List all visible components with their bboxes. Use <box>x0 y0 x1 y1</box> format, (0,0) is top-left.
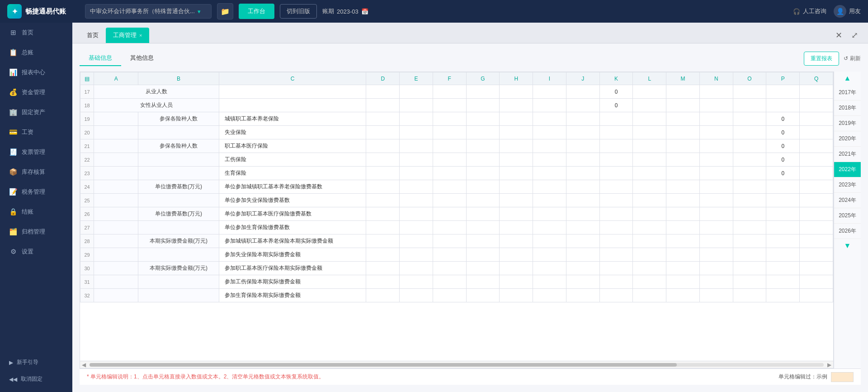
tab-close-icon[interactable]: × <box>139 33 142 38</box>
year-item-2019[interactable]: 2019年 <box>834 116 861 131</box>
workbench-button[interactable]: 工作台 <box>239 4 274 19</box>
row29-colC[interactable]: 参加失业保险本期实际缴费金额 <box>219 248 366 262</box>
row17-colG[interactable] <box>466 85 500 99</box>
sub-tab-basic[interactable]: 基础信息 <box>80 51 121 66</box>
row17-colQ[interactable] <box>800 85 833 99</box>
row31-colC[interactable]: 参加工伤保险本期实际缴费金额 <box>219 275 366 289</box>
year-panel-down[interactable]: ▼ <box>834 239 861 253</box>
sidebar-item-asset[interactable]: 🏢 固定资产 <box>0 102 72 122</box>
row30-colB[interactable]: 本期实际缴费金额(万元) <box>138 262 219 275</box>
sidebar-item-home[interactable]: ⊞ 首页 <box>0 23 72 43</box>
row22-colC[interactable]: 工伤保险 <box>219 153 366 167</box>
row27-colC[interactable]: 单位参加生育保险缴费基数 <box>219 221 366 234</box>
row25-colC[interactable]: 单位参加失业保险缴费基数 <box>219 194 366 207</box>
sub-tab-other[interactable]: 其他信息 <box>121 51 163 66</box>
tab-home[interactable]: 首页 <box>80 28 106 43</box>
row17-colK[interactable]: 0 <box>599 85 633 99</box>
year-item-2024[interactable]: 2024年 <box>834 193 861 208</box>
row21-colB[interactable]: 参保各险种人数 <box>138 139 219 153</box>
row30-colC[interactable]: 参加职工基本医疗保险本期实际缴费金额 <box>219 262 366 275</box>
row23-colP[interactable]: 0 <box>766 167 800 180</box>
row17-colF[interactable] <box>433 85 466 99</box>
tab-close-button[interactable]: ✕ <box>833 29 845 41</box>
archive-button[interactable]: 📁 <box>217 3 233 19</box>
year-item-2022[interactable]: 2022年 <box>834 162 861 177</box>
row17-colJ[interactable] <box>566 85 599 99</box>
closing-icon: 🔒 <box>9 208 17 216</box>
logo-icon: ✦ <box>7 4 22 19</box>
help-area[interactable]: 🎧 人工咨询 <box>793 7 826 15</box>
sidebar-item-report[interactable]: 📊 报表中心 <box>0 62 72 82</box>
col-header-E: E <box>400 72 433 85</box>
year-item-2025[interactable]: 2025年 <box>834 208 861 224</box>
refresh-button[interactable]: ↺ 刷新 <box>844 55 861 62</box>
tab-business[interactable]: 工商管理 × <box>106 28 149 43</box>
row18-colC[interactable] <box>219 99 366 112</box>
row28-colC[interactable]: 参加城镇职工基本养老保险本期实际缴费金额 <box>219 234 366 248</box>
table-scroll[interactable]: ▤ A B C D E F G H I <box>80 72 833 361</box>
row20-colC[interactable]: 失业保险 <box>219 126 366 139</box>
row17-colI[interactable] <box>533 85 566 99</box>
row21-colC[interactable]: 职工基本医疗保险 <box>219 139 366 153</box>
row17-colM[interactable] <box>666 85 700 99</box>
year-item-2023[interactable]: 2023年 <box>834 177 861 193</box>
sidebar-item-ledger[interactable]: 📋 总账 <box>0 43 72 62</box>
row17-colD[interactable] <box>366 85 400 99</box>
row19-colA[interactable] <box>94 112 138 126</box>
row28-colB[interactable]: 本期实际缴费金额(万元) <box>138 234 219 248</box>
reset-report-button[interactable]: 重置报表 <box>804 52 839 66</box>
row17-colA[interactable]: 从业人数 <box>94 85 219 99</box>
user-area[interactable]: 👤 用友 <box>834 5 861 18</box>
scroll-left-arrow[interactable]: ◀ <box>80 362 88 368</box>
company-selector[interactable]: 中审众环会计师事务所（特殊普通合伙... ▾ <box>85 4 212 19</box>
hscroll-thumb[interactable] <box>90 363 677 367</box>
sidebar-item-tax[interactable]: 📝 税务管理 <box>0 182 72 202</box>
year-item-2026[interactable]: 2026年 <box>834 224 861 239</box>
row17-colE[interactable] <box>400 85 433 99</box>
row26-colC[interactable]: 单位参加职工基本医疗保险缴费基数 <box>219 207 366 221</box>
sidebar-item-settings[interactable]: ⚙ 设置 <box>0 242 72 262</box>
status-bar: * 单元格编辑说明：1、点击单元格直接录入数值或文本。2、清空单元格数值或文本恢… <box>80 368 861 385</box>
row19-colP[interactable]: 0 <box>766 112 800 126</box>
sidebar-item-unpin[interactable]: ◀◀ 取消固定 <box>0 371 72 387</box>
sidebar-bottom: ▶ 新手引导 ◀◀ 取消固定 <box>0 349 72 392</box>
tab-expand-button[interactable]: ⤢ <box>849 29 861 41</box>
sidebar-item-fund[interactable]: 💰 资金管理 <box>0 82 72 102</box>
row17-colH[interactable] <box>500 85 533 99</box>
sidebar-item-closing[interactable]: 🔒 结账 <box>0 202 72 222</box>
calendar-icon[interactable]: 📅 <box>361 8 368 15</box>
row24-colC[interactable]: 单位参加城镇职工基本养老保险缴费基数 <box>219 180 366 194</box>
row22-colP[interactable]: 0 <box>766 153 800 167</box>
row32-colC[interactable]: 参加生育保险本期实际缴费金额 <box>219 289 366 302</box>
year-item-2020[interactable]: 2020年 <box>834 131 861 147</box>
company-name: 中审众环会计师事务所（特殊普通合伙... <box>90 7 195 15</box>
sidebar-item-invoice[interactable]: 🧾 发票管理 <box>0 142 72 162</box>
sidebar-item-wage[interactable]: 💳 工资 <box>0 122 72 142</box>
hscroll-track[interactable] <box>90 363 824 367</box>
old-version-button[interactable]: 切到旧版 <box>280 4 317 19</box>
scroll-right-arrow[interactable]: ▶ <box>826 362 833 368</box>
sidebar-item-guide[interactable]: ▶ 新手引导 <box>0 354 72 371</box>
row26-colB[interactable]: 单位缴费基数(万元) <box>138 207 219 221</box>
page-content: 基础信息 其他信息 重置报表 ↺ 刷新 <box>72 43 868 392</box>
year-item-2017[interactable]: 2017年 <box>834 85 861 100</box>
sidebar-item-stock[interactable]: 📦 库存核算 <box>0 162 72 182</box>
row19-colC[interactable]: 城镇职工基本养老保险 <box>219 112 366 126</box>
row17-colO[interactable] <box>733 85 766 99</box>
year-item-2018[interactable]: 2018年 <box>834 100 861 116</box>
row17-colL[interactable] <box>633 85 666 99</box>
sidebar-item-archive[interactable]: 🗂️ 归档管理 <box>0 222 72 242</box>
row23-colC[interactable]: 生育保险 <box>219 167 366 180</box>
row24-colB[interactable]: 单位缴费基数(万元) <box>138 180 219 194</box>
row18-colA[interactable]: 女性从业人员 <box>94 99 219 112</box>
row17-colP[interactable] <box>766 85 800 99</box>
row18-colK[interactable]: 0 <box>599 99 633 112</box>
year-panel-up[interactable]: ▲ <box>834 72 861 85</box>
table-horizontal-scrollbar[interactable]: ◀ ▶ <box>80 361 833 368</box>
row19-colB[interactable]: 参保各险种人数 <box>138 112 219 126</box>
row17-colN[interactable] <box>699 85 733 99</box>
row20-colP[interactable]: 0 <box>766 126 800 139</box>
row17-colC[interactable] <box>219 85 366 99</box>
year-item-2021[interactable]: 2021年 <box>834 147 861 162</box>
row21-colP[interactable]: 0 <box>766 139 800 153</box>
